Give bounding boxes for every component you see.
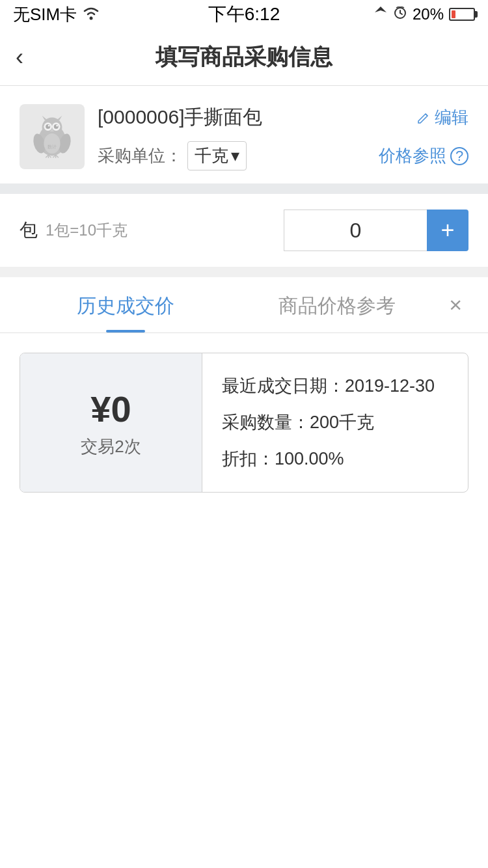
dropdown-arrow-icon: ▾ [231, 146, 239, 166]
product-section: 数计 [0000006]手撕面包 编辑 采购单位： [0, 86, 488, 183]
tab-product-price-ref[interactable]: 商品价格参考 [231, 277, 442, 332]
tabs-header: 历史成交价 商品价格参考 × [0, 277, 488, 333]
discount-row: 折扣：100.00% [222, 447, 448, 472]
page-title: 填写商品采购信息 [156, 42, 332, 72]
location-icon [373, 5, 388, 23]
card-list: ¥0 交易2次 最近成交日期：2019-12-30 采购数量：200千克 折扣：… [0, 333, 488, 512]
alarm-icon [393, 5, 407, 23]
status-bar: 无SIM卡 下午6:12 20% [0, 0, 488, 29]
unit-select[interactable]: 千克 ▾ [187, 141, 247, 170]
card-left: ¥0 交易2次 [20, 353, 202, 492]
edit-link[interactable]: 编辑 [416, 106, 468, 129]
carrier-text: 无SIM卡 [13, 3, 77, 26]
svg-text:数计: 数计 [47, 144, 57, 149]
card-right: 最近成交日期：2019-12-30 采购数量：200千克 折扣：100.00% [202, 353, 468, 492]
product-info: [0000006]手撕面包 编辑 采购单位： 千克 ▾ [98, 104, 468, 170]
product-thumbnail: 数计 [20, 104, 85, 169]
unit-info: 包 1包=10千克 [20, 218, 128, 243]
unit-badge: 包 [20, 218, 38, 243]
battery-icon [449, 8, 475, 21]
nav-bar: ‹ 填写商品采购信息 [0, 29, 488, 86]
quantity-plus-button[interactable]: + [427, 210, 468, 251]
svg-point-0 [90, 16, 93, 20]
back-button[interactable]: ‹ [16, 44, 23, 71]
product-name: [0000006]手撕面包 [98, 104, 262, 131]
tab-close-button[interactable]: × [442, 279, 468, 331]
svg-line-3 [400, 13, 402, 14]
help-icon: ? [450, 147, 468, 165]
svg-point-13 [56, 125, 58, 127]
quantity-input-group: + [284, 210, 468, 251]
svg-point-17 [44, 133, 60, 154]
price-ref-link[interactable]: 价格参照 ? [379, 144, 468, 167]
quantity-input[interactable] [284, 210, 427, 251]
battery-percent: 20% [413, 5, 444, 23]
svg-marker-6 [42, 116, 47, 120]
white-space [0, 512, 488, 868]
status-left: 无SIM卡 [13, 3, 100, 26]
purchase-unit-label: 采购单位： [98, 144, 182, 167]
status-time: 下午6:12 [208, 2, 280, 27]
price-amount: ¥0 [90, 388, 131, 430]
recent-date-row: 最近成交日期：2019-12-30 [222, 374, 448, 399]
svg-point-12 [48, 125, 50, 127]
trade-count: 交易2次 [81, 435, 141, 458]
svg-point-10 [46, 124, 50, 129]
status-right: 20% [373, 5, 475, 23]
svg-marker-7 [57, 116, 62, 120]
quantity-row-detail: 采购数量：200千克 [222, 411, 448, 435]
tabs-container: 历史成交价 商品价格参考 × ¥0 交易2次 最近成交日期：2019-12-30… [0, 277, 488, 512]
svg-point-11 [54, 124, 59, 129]
unit-conversion: 1包=10千克 [46, 220, 128, 241]
section-divider [0, 183, 488, 194]
price-card: ¥0 交易2次 最近成交日期：2019-12-30 采购数量：200千克 折扣：… [20, 353, 468, 493]
wifi-icon [82, 5, 100, 25]
tab-history-price[interactable]: 历史成交价 [20, 277, 231, 332]
quantity-row: 包 1包=10千克 + [0, 194, 488, 267]
